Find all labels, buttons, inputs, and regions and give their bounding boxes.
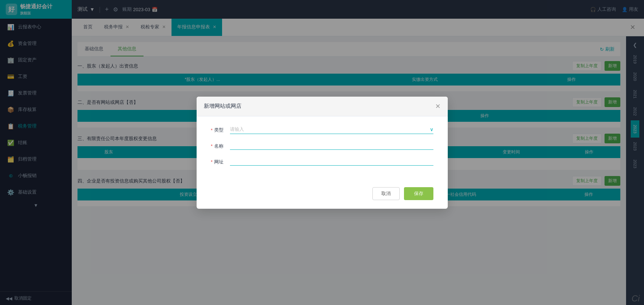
- save-button[interactable]: 保存: [404, 187, 433, 200]
- form-row-name: * 名称: [211, 143, 433, 150]
- field-label-name: 名称: [214, 143, 226, 149]
- required-star-type: *: [211, 128, 213, 133]
- url-input-wrap: [230, 158, 433, 166]
- required-star-url: *: [211, 159, 213, 165]
- modal-body: * 类型 ∨ * 名称 * 网址: [197, 116, 448, 181]
- cancel-button[interactable]: 取消: [372, 187, 400, 200]
- field-label-url: 网址: [214, 159, 226, 165]
- name-input-wrap: [230, 143, 433, 150]
- form-row-url: * 网址: [211, 158, 433, 166]
- field-label-type: 类型: [214, 127, 226, 133]
- url-input[interactable]: [230, 158, 433, 164]
- modal-title: 新增网站或网店: [204, 103, 241, 110]
- name-input[interactable]: [230, 143, 433, 148]
- type-input[interactable]: [230, 126, 430, 132]
- modal-overlay: 新增网站或网店 ✕ * 类型 ∨ * 名称: [0, 0, 644, 305]
- modal-header: 新增网站或网店 ✕: [197, 97, 448, 116]
- modal-footer: 取消 保存: [197, 181, 448, 209]
- form-row-type: * 类型 ∨: [211, 126, 433, 134]
- dropdown-arrow-icon[interactable]: ∨: [430, 126, 433, 132]
- modal-close-btn[interactable]: ✕: [435, 102, 441, 110]
- modal-add-website: 新增网站或网店 ✕ * 类型 ∨ * 名称: [197, 97, 448, 209]
- required-star-name: *: [211, 143, 213, 149]
- type-input-wrap: ∨: [230, 126, 433, 134]
